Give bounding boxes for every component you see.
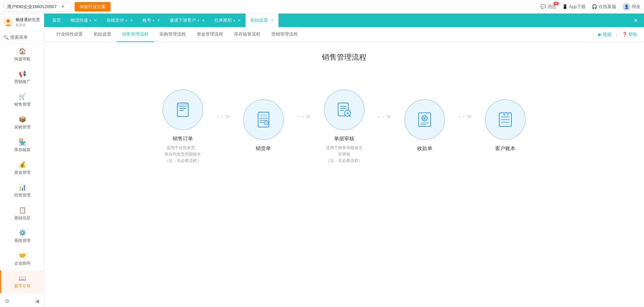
- sub-tabs: 行业特性设置初始设置销售管理流程采购管理流程资金管理流程库存核算流程营销管理流程…: [44, 27, 644, 42]
- video-link[interactable]: ▶ 视频: [598, 32, 611, 38]
- flow-step-customer-ledger[interactable]: ¥ ¥ 客户账本: [475, 99, 536, 155]
- flow-step-name-audit: 单据审核: [334, 136, 354, 142]
- user-selector-arrow: ▼: [61, 4, 65, 9]
- nav-tab-period[interactable]: 往来期初▾✕: [210, 14, 246, 27]
- guide-icon: 📖: [19, 274, 26, 282]
- sidebar-nav: 🏠快捷导航📢营销推广🛒销售管理📦采购管理🏪库存核算💰资金管理📊经营管理📋基础信息…: [0, 43, 44, 295]
- flow-step-receipt[interactable]: ¥ 收款单: [394, 99, 455, 155]
- help-link[interactable]: ❓ 帮助: [622, 32, 637, 38]
- sub-tab-marketing-flow[interactable]: 营销管理流程: [266, 27, 303, 42]
- online-service-button[interactable]: 🎧 在线客服: [592, 4, 616, 10]
- avatar: 👤: [622, 3, 630, 11]
- sidebar-item-sales[interactable]: 🛒销售管理: [0, 89, 44, 111]
- help-icon: ❓: [622, 32, 627, 37]
- system-icon: ⚙️: [19, 229, 26, 237]
- message-icon: 💬: [541, 4, 546, 9]
- user-avatar[interactable]: 👤 用友: [622, 3, 641, 11]
- svg-text:¥: ¥: [503, 113, 505, 117]
- nav-tab-label: 往来期初: [214, 17, 232, 23]
- finance-icon: 💰: [19, 161, 26, 168]
- nav-tab-close-icon[interactable]: ✕: [157, 18, 160, 23]
- sidebar: 畅捷通好生意 标准版 🔍 搜索菜单 🏠快捷导航📢营销推广🛒销售管理📦采购管理🏪库…: [0, 14, 44, 307]
- sales-icon: 🛒: [19, 93, 26, 100]
- sub-tab-purchase-flow[interactable]: 采购管理流程: [154, 27, 191, 42]
- svg-text:¥: ¥: [423, 116, 426, 121]
- sidebar-item-inventory[interactable]: 🏪库存核算: [0, 134, 44, 157]
- sidebar-item-label: 新手引导: [14, 283, 31, 289]
- flow-arrow-0: - - >: [217, 113, 230, 120]
- headset-icon: 🎧: [592, 4, 597, 9]
- play-icon: ▶: [598, 32, 602, 37]
- flow-step-icon-receipt: ¥: [404, 99, 445, 140]
- flow-arrow-1: - - >: [297, 113, 310, 120]
- collab-icon: 🤝: [19, 252, 26, 259]
- nav-tab-label: 物流快递: [71, 17, 88, 23]
- nav-tab-close-icon[interactable]: ✕: [238, 18, 241, 23]
- top-right-actions: 💬 消息 6 📱 App下载 🎧 在线客服 👤 用友: [541, 3, 641, 11]
- svg-rect-6: [178, 104, 188, 106]
- app-download-button[interactable]: 📱 App下载: [562, 4, 586, 10]
- nav-tab-label: 初始设置: [250, 17, 268, 23]
- flow-step-icon-customer-ledger: ¥ ¥: [485, 99, 526, 140]
- nav-tab-dropdown-icon: ▾: [153, 19, 154, 22]
- nav-tab-init-settings[interactable]: 初始设置✕: [246, 14, 278, 27]
- sub-tab-init[interactable]: 初始设置: [88, 27, 117, 42]
- nav-tab-close-icon[interactable]: ✕: [271, 18, 274, 23]
- nav-tabs-close-all[interactable]: ✕: [631, 17, 641, 24]
- nav-tab-close-icon[interactable]: ✕: [130, 18, 133, 23]
- sidebar-item-system[interactable]: ⚙️系统管理: [0, 225, 44, 248]
- basic-info-icon: 📋: [19, 206, 26, 214]
- svg-point-1: [6, 19, 10, 23]
- sidebar-item-purchase[interactable]: 📦采购管理: [0, 111, 44, 134]
- flow-diagram: 销售订单适用于分批发货、 有合同发货周期较长 （注：非必要流程）- - > 销货…: [58, 83, 630, 171]
- flow-step-icon-sales-order: [162, 89, 203, 130]
- sub-tab-sales-flow[interactable]: 销售管理流程: [117, 27, 154, 42]
- sidebar-item-finance[interactable]: 💰资金管理: [0, 157, 44, 180]
- nav-tab-home[interactable]: 首页: [47, 14, 66, 27]
- sidebar-item-basic-info[interactable]: 📋基础信息: [0, 202, 44, 225]
- sidebar-item-guide[interactable]: 📖新手引导: [0, 270, 44, 293]
- video-label: 视频: [603, 32, 611, 38]
- nav-tab-label: 邀请下游客户: [170, 17, 196, 23]
- nav-tab-logistics[interactable]: 物流快递▾✕: [66, 14, 102, 27]
- sidebar-collapse-button[interactable]: ◀: [35, 298, 39, 304]
- sidebar-settings-button[interactable]: ⚙: [5, 298, 9, 304]
- messages-button[interactable]: 💬 消息 6: [541, 4, 556, 10]
- phone-icon: 📱: [562, 4, 568, 9]
- quick-nav-icon: 🏠: [19, 47, 26, 55]
- sidebar-item-label: 采购管理: [14, 124, 31, 130]
- nav-tab-invite[interactable]: 邀请下游客户▾✕: [165, 14, 210, 27]
- trial-button[interactable]: 体验行业方案: [75, 2, 111, 12]
- flow-step-sales-order[interactable]: 销售订单适用于分批发货、 有合同发货周期较长 （注：非必要流程）: [152, 89, 213, 164]
- user-selector[interactable]: 用户690企业1660120507 ▼: [3, 2, 71, 12]
- sidebar-item-label: 经营管理: [14, 192, 31, 198]
- nav-tab-dropdown-icon: ▾: [197, 19, 199, 22]
- operations-icon: 📊: [19, 184, 26, 191]
- sidebar-item-operations[interactable]: 📊经营管理: [0, 180, 44, 202]
- sidebar-item-label: 库存核算: [14, 147, 31, 153]
- flow-step-sales-invoice[interactable]: 销货单: [233, 99, 294, 155]
- nav-tab-close-icon[interactable]: ✕: [202, 18, 205, 23]
- flow-arrow-2: - - >: [378, 113, 391, 120]
- sidebar-item-label: 快捷导航: [14, 56, 31, 62]
- sidebar-item-quick-nav[interactable]: 🏠快捷导航: [0, 43, 44, 66]
- message-badge: 6: [553, 2, 559, 5]
- flow-arrow-3: - - >: [458, 113, 471, 120]
- page-content: 销售管理流程 销售订单适用于分批发货、 有合同发货周期较长 （注：非必要流程）-…: [44, 42, 644, 181]
- svg-rect-8: [259, 114, 268, 116]
- main-area: 首页物流快递▾✕在线支付▾✕账号▾✕邀请下游客户▾✕往来期初▾✕初始设置✕✕ 行…: [44, 14, 644, 307]
- sub-tab-industry[interactable]: 行业特性设置: [51, 27, 88, 42]
- purchase-icon: 📦: [19, 116, 26, 123]
- sidebar-item-marketing[interactable]: 📢营销推广: [0, 66, 44, 89]
- sidebar-search[interactable]: 🔍 搜索菜单: [0, 32, 44, 43]
- sub-tab-fund-flow[interactable]: 资金管理流程: [191, 27, 229, 42]
- flow-step-name-customer-ledger: 客户账本: [495, 145, 515, 152]
- nav-tab-account[interactable]: 账号▾✕: [138, 14, 165, 27]
- nav-tab-payment[interactable]: 在线支付▾✕: [102, 14, 138, 27]
- nav-tab-close-icon[interactable]: ✕: [94, 18, 97, 23]
- flow-step-audit[interactable]: 单据审核适用于财务审核或主 管审核 （注：非必要流程）: [314, 89, 375, 164]
- sidebar-item-label: 资金管理: [14, 170, 31, 176]
- sidebar-logo: 畅捷通好生意 标准版: [0, 14, 44, 32]
- sidebar-item-collab[interactable]: 🤝企业协同: [0, 248, 44, 270]
- sub-tab-inventory-flow[interactable]: 库存核算流程: [229, 27, 266, 42]
